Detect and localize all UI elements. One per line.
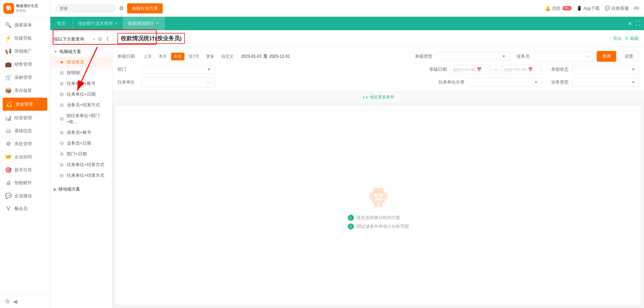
date-tab-thisyear[interactable]: 本年 bbox=[171, 53, 184, 60]
date-tab-thismonth[interactable]: 本月 bbox=[156, 53, 169, 60]
messages-btn[interactable]: 🔔 消息 99+ bbox=[545, 5, 572, 11]
date-tab-custom[interactable]: 自定义 bbox=[219, 53, 236, 60]
sidebar-label-base: 基础信息 bbox=[14, 128, 32, 134]
collapse-bar[interactable]: ∧∧ 收起更多条件 bbox=[112, 92, 644, 103]
sidebar-item-vip[interactable]: V 畅会员 bbox=[0, 202, 50, 215]
sidebar-item-hardware[interactable]: 🖨 智能硬件 bbox=[0, 176, 50, 189]
sidebar-item-inventory[interactable]: 📦 库存核算 bbox=[0, 84, 50, 97]
salesperson-select[interactable]: ··· bbox=[533, 51, 593, 61]
sidebar-label-vip: 畅会员 bbox=[14, 206, 28, 212]
lp-item-sp-date-label: 业务员+日期 bbox=[67, 140, 91, 146]
search-input[interactable] bbox=[55, 4, 116, 12]
lp-item-unit-settle1-label: 往来单位+结算方式 bbox=[67, 162, 104, 168]
sidebar-item-operation[interactable]: 📊 经营管理 bbox=[0, 111, 50, 124]
service-icon: 💬 bbox=[605, 6, 610, 11]
tab-collection[interactable]: 收款情况统计 ✕ bbox=[123, 17, 165, 30]
audit-date-to[interactable]: yyyy-mm-dd 📅 bbox=[501, 65, 542, 74]
sidebar-item-finance[interactable]: 💰 资金管理 bbox=[3, 98, 47, 111]
tab-home[interactable]: 首页 bbox=[50, 17, 73, 30]
sp-account-icon: ⊞ bbox=[59, 130, 65, 135]
expand-icon: ▼ bbox=[54, 49, 58, 54]
unit-dots[interactable]: ··· bbox=[207, 79, 211, 85]
dept-select[interactable]: ▼ bbox=[141, 65, 215, 74]
wechat-icon: 💬 bbox=[5, 193, 12, 199]
lp-item-unit-settle2[interactable]: ⊞ 往来单位+结算方式 bbox=[50, 170, 112, 181]
lp-group-desktop: ▼ 电脑端方案 ● 按业务员 ⊞ 按明细 ⊞ 往来单位+账号 ⊞ 往来单位+ bbox=[50, 45, 112, 183]
lp-item-detail[interactable]: ⊞ 按明细 bbox=[50, 67, 112, 78]
doctype-select[interactable]: ▼ bbox=[436, 52, 509, 61]
system-icon: ⚙ bbox=[5, 141, 12, 147]
audit-from-text: yyyy-mm-dd bbox=[453, 67, 475, 72]
date-tab-lastmonth[interactable]: 上月 bbox=[141, 53, 154, 60]
collection-tab-close[interactable]: ✕ bbox=[156, 21, 159, 26]
collapse-sidebar-btn[interactable]: ◀ bbox=[13, 298, 17, 305]
sidebar-item-purchase[interactable]: 🛒 采购管理 bbox=[0, 71, 50, 84]
lp-item-unit-date-label: 往来单位+日期 bbox=[67, 91, 96, 97]
sidebar-item-marketing[interactable]: 📢 营销推广 bbox=[0, 45, 50, 58]
unit-type-select[interactable]: ▼ bbox=[468, 78, 542, 87]
lp-item-unit-date[interactable]: ⊞ 往来单位+日期 bbox=[50, 89, 112, 100]
sidebar-item-sales[interactable]: 💼 销售管理 bbox=[0, 58, 50, 71]
export-btn[interactable]: ↑ 导出 bbox=[610, 36, 622, 42]
refresh-icon: ↻ bbox=[625, 36, 629, 41]
setting-btn[interactable]: 设置 bbox=[619, 51, 639, 62]
tab-bankflow[interactable]: 现金银行流水查询 ✕ bbox=[73, 17, 123, 30]
salesperson-dots[interactable]: ··· bbox=[585, 53, 590, 59]
lp-item-sp-date[interactable]: ⚙ 业务员+日期 bbox=[50, 138, 112, 149]
sidebar-item-system[interactable]: ⚙ 系统管理 bbox=[0, 137, 50, 150]
date-tab-7days[interactable]: 近7天 bbox=[186, 53, 202, 60]
maximize-btn[interactable]: ⛶ bbox=[635, 20, 641, 27]
bankflow-tab-close[interactable]: ✕ bbox=[114, 21, 118, 26]
lp-item-salesperson[interactable]: ● 按业务员 bbox=[50, 57, 112, 67]
sidebar-item-enterprise[interactable]: 🤝 企业协同 bbox=[0, 150, 50, 163]
logo-icon: 畅 bbox=[3, 3, 14, 14]
lp-item-unit-dept[interactable]: ⊞ 按往来单位+部门+收... bbox=[50, 110, 112, 127]
sidebar-item-search[interactable]: 🔍 搜索菜单 bbox=[0, 18, 50, 32]
docstatus-arrow: ▼ bbox=[631, 67, 635, 72]
sidebar-label-marketing: 营销推广 bbox=[14, 48, 32, 54]
sidebar: 畅 畅捷通好生意 标准版 🔍 搜索菜单 ⚡ 快捷导航 📢 营销推广 💼 销售管理… bbox=[0, 0, 50, 308]
sidebar-item-quicknav[interactable]: ⚡ 快捷导航 bbox=[0, 32, 50, 45]
lp-group-desktop-title[interactable]: ▼ 电脑端方案 bbox=[50, 47, 112, 57]
lp-item-unit-account-label: 往来单位+账号 bbox=[67, 81, 96, 87]
logo-text: 畅捷通好生意 bbox=[16, 3, 38, 8]
lp-group-mobile-title[interactable]: ▶ 移动端方案 bbox=[50, 184, 112, 194]
lp-setting-btn[interactable]: ⚙ bbox=[98, 36, 102, 42]
lp-item-unit-account[interactable]: ⊞ 往来单位+账号 bbox=[50, 78, 112, 89]
unit-settle1-icon: ⊞ bbox=[59, 162, 65, 167]
unit-select[interactable]: ··· bbox=[141, 77, 215, 87]
close-tab-btn[interactable]: ✕ bbox=[628, 20, 632, 27]
page-title: 收款情况统计(按业务员) bbox=[117, 33, 185, 44]
lp-header-title: 按以下方案查询 bbox=[54, 36, 90, 42]
lp-add-btn[interactable]: ＋ bbox=[92, 36, 96, 42]
sidebar-item-base[interactable]: 🗂 基础信息 bbox=[0, 124, 50, 137]
docstatus-select[interactable]: ▼ bbox=[572, 65, 639, 74]
data-area: 1 请先选择要分析的方案 2 用过滤条件来缩小分析范围 bbox=[116, 106, 641, 305]
date-tab-more[interactable]: 更多 bbox=[204, 53, 217, 60]
svg-rect-4 bbox=[375, 199, 382, 200]
sidebar-item-wechat[interactable]: 💬 企业微信 bbox=[0, 189, 50, 202]
bell-icon: 🔔 bbox=[545, 6, 550, 11]
audit-date-from[interactable]: yyyy-mm-dd 📅 bbox=[450, 65, 490, 74]
unit-account-icon: ⊞ bbox=[59, 81, 65, 86]
user-info[interactable]: Rit bbox=[634, 6, 639, 11]
lp-item-sp-settle[interactable]: ⊞ 业务员+结算方式 bbox=[50, 100, 112, 110]
topbar-gear-icon[interactable]: ⚙ bbox=[119, 5, 124, 11]
app-download-btn[interactable]: 📱 App下载 bbox=[577, 5, 600, 11]
inventory-icon: 📦 bbox=[5, 87, 12, 94]
sidebar-item-guide[interactable]: 🎯 新手引导 bbox=[0, 163, 50, 176]
calendar-icon-1: 📅 bbox=[477, 67, 482, 72]
online-service-btn[interactable]: 💬 在线客服 bbox=[605, 5, 629, 11]
refresh-btn[interactable]: ↻ 刷新 bbox=[625, 36, 639, 42]
biztype-select[interactable]: ▼ bbox=[572, 78, 639, 87]
settings-bottom-btn[interactable]: ⚙ bbox=[5, 298, 10, 305]
refresh-label: 刷新 bbox=[630, 36, 639, 42]
biztype-label: 业务类型 bbox=[548, 79, 569, 85]
lp-item-dept-date[interactable]: ⚙ 部门+日期 bbox=[50, 149, 112, 159]
query-btn[interactable]: 查询 bbox=[597, 51, 616, 62]
unit-dept-icon: ⊞ bbox=[59, 116, 64, 121]
industry-btn[interactable]: 体验行业方案 bbox=[127, 3, 163, 13]
lp-collapse-btn[interactable]: 《 bbox=[104, 36, 109, 42]
lp-item-unit-settle1[interactable]: ⊞ 往来单位+结算方式 bbox=[50, 159, 112, 170]
lp-item-sp-account[interactable]: ⊞ 业务员+账号 bbox=[50, 127, 112, 138]
